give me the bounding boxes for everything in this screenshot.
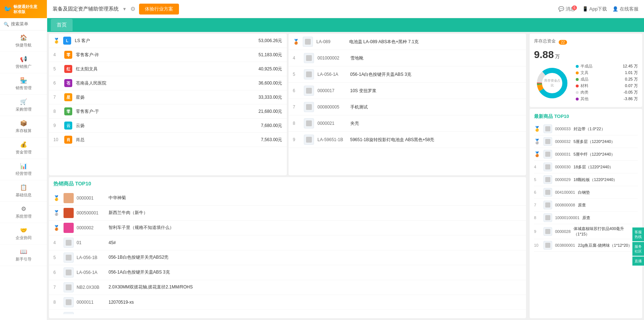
customer-amount: 7,563.00元 <box>261 137 282 143</box>
svg-rect-18 <box>545 126 550 131</box>
list-item: 6 004100001 白钢垫 <box>534 186 638 199</box>
rank-number: 4 <box>53 52 61 57</box>
product-name: 封边带（1.0*22） <box>574 126 638 132</box>
topbar: 装备及固定资产辅助管理系统 ▼ ⚙ 体验行业方案 💬 消息6 📱 App下载 👤… <box>47 0 644 18</box>
product-name: 体城嘉核味苏打饮品400毫升（1*15） <box>574 226 638 237</box>
product-code: LA-59651-1B <box>318 137 347 142</box>
product-image <box>304 102 314 112</box>
rank-number: 10 <box>534 243 541 247</box>
product-name: 056-1A白色按键开关盖ABS 3克 <box>350 71 522 78</box>
sales-items-panel: 🥉 LA-089 电池盖 LA-089 ABS本色+黑种 7.1克 4 <box>289 34 526 175</box>
list-item: 🥈 0000032 5厘多层（1220*2440） <box>534 135 638 148</box>
rank-number: 8 <box>53 109 61 114</box>
medal-icon: 🥈 <box>53 210 61 216</box>
product-image <box>64 223 74 233</box>
product-code: 10000100001 <box>555 216 579 220</box>
list-item: 🥈 000500001 新西兰牛肉（新牛） <box>49 206 526 221</box>
sidebar-item-quick-nav[interactable]: 🏠 快捷导航 <box>0 30 47 52</box>
customer-name: 星扬 <box>76 94 255 100</box>
sidebar-item-inventory[interactable]: 📦 库存核算 <box>0 116 47 138</box>
product-image <box>64 238 74 248</box>
sidebar-item-system[interactable]: ⚙ 系统管理 <box>0 202 47 223</box>
product-name: 雪地靴 <box>350 55 522 61</box>
rank-number: 9 <box>53 123 61 128</box>
sidebar-search[interactable]: 🔍 搜索菜单 <box>0 18 47 30</box>
list-item: 6 LA-056-1A 056-1A白色按键开关盖ABS 3克 <box>49 265 526 280</box>
svg-rect-27 <box>545 243 550 248</box>
basic-icon: 📋 <box>20 184 27 191</box>
customer-name: 零售客户-许 <box>76 52 255 58</box>
svg-rect-3 <box>306 88 312 94</box>
online-service-link[interactable]: 👤 在线客服 <box>612 6 639 12</box>
svg-rect-6 <box>306 137 312 143</box>
svg-rect-26 <box>545 229 550 234</box>
rank-number: 8 <box>53 300 61 305</box>
table-row: 7 星 星扬 33,333.00元 <box>49 90 287 104</box>
list-item: 7 NB2.0X30B 2.0X30MM双搓花轴,搓花直径2.1MM/ROHS <box>49 280 526 295</box>
sidebar-item-basic[interactable]: 📋 基础信息 <box>0 180 47 202</box>
trial-button[interactable]: 体验行业方案 <box>139 4 179 15</box>
live-button[interactable]: 直播 <box>632 257 644 266</box>
sidebar-item-marketing[interactable]: 📢 营销推广 <box>0 52 47 73</box>
product-name: 18颗粒板（1220*2440） <box>574 177 638 182</box>
customer-badge: 云 <box>64 122 72 130</box>
rank-number: 7 <box>53 285 61 290</box>
donut-chart-area: 库存资金占比 半成品 12.45 万 文具 1.01 万 <box>534 63 638 103</box>
inventory-icon: 📦 <box>20 120 27 127</box>
svg-rect-9 <box>66 270 72 275</box>
service-community-button[interactable]: 服务社区 <box>632 242 644 256</box>
svg-rect-20 <box>545 152 550 157</box>
medal-icon: 🥇 <box>534 126 541 132</box>
inventory-label: 库存总资金 <box>534 38 556 44</box>
medal-icon: 🥇 <box>53 38 60 44</box>
hot-products-title: 热销商品 TOP10 <box>49 177 526 191</box>
rank-number: 6 <box>534 190 541 194</box>
product-name: 12070519-xs <box>109 300 522 305</box>
rank-number: 10 <box>53 137 61 142</box>
product-image <box>543 241 552 250</box>
product-image <box>543 201 552 209</box>
sidebar-item-operations[interactable]: 📊 经营管理 <box>0 159 47 180</box>
customer-name: LS 客户 <box>75 38 255 44</box>
sidebar-item-enterprise[interactable]: 🤝 企业协同 <box>0 223 47 245</box>
table-row: 9 云 云扬 7,680.00元 <box>49 119 287 133</box>
customers-table: 🥇 L LS 客户 53,006.26元 4 零 零售客户-许 51,183.0… <box>49 34 287 147</box>
product-image <box>543 150 552 159</box>
table-row: 6 0000017 10S 变扭罗浆 <box>289 83 526 99</box>
product-image <box>64 282 74 292</box>
product-code: 0000001 <box>77 196 106 201</box>
app-download-link[interactable]: 📱 App下载 <box>582 6 607 12</box>
svg-rect-21 <box>545 164 550 169</box>
product-image <box>543 163 552 171</box>
list-item: 🥇 0000033 封边带（1.0*22） <box>534 123 638 135</box>
list-item: 🥉 0000031 5厘中纤（1220*2440） <box>534 148 638 161</box>
sidebar-item-sales[interactable]: 🏪 销售管理 <box>0 73 47 95</box>
list-item: 4 01 45# <box>49 235 526 250</box>
product-image <box>64 193 74 203</box>
table-row: 5 红 红太阳文具 40,925.00元 <box>49 62 287 76</box>
svg-rect-2 <box>306 71 312 77</box>
marketing-icon: 📢 <box>20 56 27 62</box>
legend-item: 成品 0.25 万 <box>576 77 638 82</box>
hot-products-panel: 热销商品 TOP10 🥇 0000001 中华神菊 🥈 000500001 新 <box>49 177 526 319</box>
rank-number: 6 <box>53 270 61 275</box>
dropdown-arrow-icon[interactable]: ▼ <box>122 7 127 12</box>
gear-icon[interactable]: ⚙ <box>130 5 135 12</box>
product-image <box>64 312 74 314</box>
customer-service-button[interactable]: 客服热线 <box>632 227 644 241</box>
tab-home[interactable]: 首页 <box>51 19 73 31</box>
product-image <box>64 267 74 278</box>
rank-number: 8 <box>534 216 541 220</box>
donut-center-label: 库存资金占比 <box>543 78 561 88</box>
sidebar-item-guide[interactable]: 📖 新手引导 <box>0 245 47 266</box>
svg-rect-10 <box>66 284 72 290</box>
product-image <box>543 213 552 222</box>
sidebar-item-purchase[interactable]: 🛒 采购管理 <box>0 95 47 116</box>
product-code: LA-056-1A <box>318 72 347 77</box>
table-row: 8 零 零售客户-于 21,680.00元 <box>49 104 287 119</box>
customer-amount: 33,333.00元 <box>258 94 282 100</box>
customer-badge: 肖 <box>64 136 72 144</box>
sidebar-item-finance[interactable]: 💰 资金管理 <box>0 138 47 159</box>
messages-link[interactable]: 💬 消息6 <box>558 6 577 12</box>
inventory-card: 库存总资金 22 9.88 万 <box>530 34 642 107</box>
